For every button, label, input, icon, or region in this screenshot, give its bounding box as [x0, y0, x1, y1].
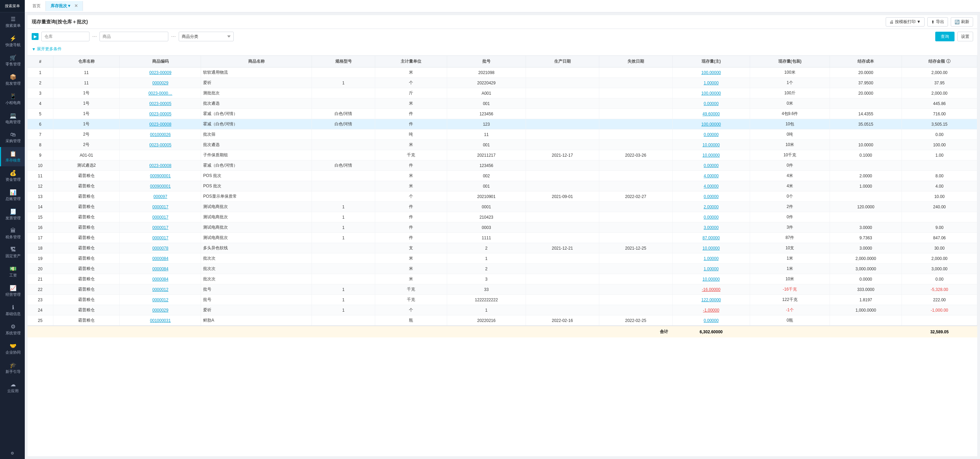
- table-cell[interactable]: 3.00000: [672, 222, 750, 233]
- table-cell: POS 批次: [201, 181, 312, 191]
- sidebar-item-fixed-asset[interactable]: 🏗 固定资产: [0, 243, 25, 262]
- table-cell[interactable]: 0000029: [120, 305, 201, 316]
- table-cell[interactable]: 0.00000: [672, 99, 750, 109]
- table-cell[interactable]: 000900001: [120, 181, 201, 191]
- table-cell: 2号: [53, 129, 120, 140]
- table-cell[interactable]: 0023-00005: [120, 99, 201, 109]
- table-cell[interactable]: 10.00000: [672, 150, 750, 161]
- table-cell[interactable]: 100.00000: [672, 67, 750, 78]
- table-cell[interactable]: 0023-00005: [120, 109, 201, 119]
- table-cell[interactable]: 1.00000: [672, 264, 750, 274]
- tab-inventory-batch[interactable]: 库存批次▼ ✕: [46, 1, 83, 11]
- sidebar-item-search[interactable]: ☰ 搜索菜单: [0, 13, 25, 32]
- sidebar-item-biz[interactable]: 📈 经营管理: [0, 281, 25, 301]
- sidebar-item-sys[interactable]: ⚙ 系统管理: [0, 320, 25, 339]
- sidebar-item-purchase[interactable]: 🛍 采购管理: [0, 128, 25, 147]
- table-cell[interactable]: 49.60000: [672, 109, 750, 119]
- table-cell: 9.7363: [830, 233, 902, 243]
- table-cell[interactable]: 0.00000: [672, 316, 750, 326]
- table-cell[interactable]: 1.00000: [672, 78, 750, 88]
- expand-conditions-button[interactable]: ▼ 展开更多条件: [32, 46, 973, 52]
- warehouse-more-icon[interactable]: ···: [92, 33, 97, 40]
- tab-close-icon[interactable]: ✕: [74, 3, 78, 8]
- table-cell[interactable]: 0.00000: [672, 129, 750, 140]
- table-cell[interactable]: 0023-00009: [120, 67, 201, 78]
- sidebar-item-mini-ecom[interactable]: 📱 小程电商: [0, 89, 25, 109]
- table-cell[interactable]: 1.00000: [672, 253, 750, 264]
- table-cell: 2022-02-27: [599, 191, 672, 202]
- table-cell: 33: [447, 284, 526, 295]
- sidebar-item-corp[interactable]: 🤝 企业协同: [0, 339, 25, 359]
- sidebar-item-cloud[interactable]: ☁ 云应用: [0, 378, 25, 397]
- sidebar-item-asset[interactable]: 💰 资金管理: [0, 166, 25, 186]
- table-cell[interactable]: 000097: [120, 191, 201, 202]
- table-cell[interactable]: 0.00000: [672, 161, 750, 171]
- filter-collapse-button[interactable]: ▶: [32, 33, 38, 40]
- sidebar-item-overall[interactable]: 📊 总账管理: [0, 186, 25, 205]
- table-cell[interactable]: 87.00000: [672, 233, 750, 243]
- table-cell[interactable]: 0023-00008: [120, 161, 201, 171]
- sidebar-item-hr[interactable]: 💵 工资: [0, 262, 25, 281]
- table-cell: [902, 161, 977, 171]
- table-cell[interactable]: 001000031: [120, 316, 201, 326]
- table-settings-button[interactable]: 设置: [957, 32, 973, 41]
- table-cell: 122千克: [750, 295, 830, 305]
- table-cell: 4米: [750, 171, 830, 181]
- table-cell[interactable]: 0023-00005: [120, 140, 201, 150]
- table-cell[interactable]: 0023-0000…: [120, 88, 201, 99]
- sidebar-logo[interactable]: 搜索菜单: [0, 0, 25, 13]
- table-cell[interactable]: 0000078: [120, 243, 201, 253]
- warehouse-input[interactable]: [41, 32, 89, 41]
- table-cell[interactable]: 0000084: [120, 253, 201, 264]
- table-cell[interactable]: 10.00000: [672, 243, 750, 253]
- sidebar-item-tax[interactable]: 🏛 税务管理: [0, 224, 25, 243]
- refresh-button[interactable]: 🔄 刷新: [951, 17, 973, 27]
- table-cell[interactable]: 0000012: [120, 295, 201, 305]
- table-cell[interactable]: 2.00000: [672, 202, 750, 212]
- sidebar-settings[interactable]: ⚙: [0, 448, 25, 459]
- sidebar-item-quick-nav[interactable]: ⚡ 快捷导航: [0, 32, 25, 51]
- sidebar-item-ecom[interactable]: 💻 电商管理: [0, 109, 25, 128]
- category-select[interactable]: 商品分类: [179, 32, 234, 41]
- table-cell[interactable]: 4.00000: [672, 181, 750, 191]
- table-cell[interactable]: 4.00000: [672, 171, 750, 181]
- table-cell[interactable]: 0000084: [120, 274, 201, 284]
- table-cell[interactable]: 000900001: [120, 171, 201, 181]
- sidebar-item-invoice[interactable]: 🧾 发票管理: [0, 205, 25, 224]
- table-cell[interactable]: 100.00000: [672, 119, 750, 129]
- footer-empty-pkg: [750, 326, 830, 338]
- table-cell[interactable]: 0000084: [120, 264, 201, 274]
- table-cell[interactable]: 0000012: [120, 284, 201, 295]
- table-cell[interactable]: 0023-00008: [120, 119, 201, 129]
- table-cell[interactable]: 001000026: [120, 129, 201, 140]
- table-cell[interactable]: 0000017: [120, 212, 201, 222]
- sidebar-item-inventory[interactable]: 📋 库存核查: [0, 147, 25, 166]
- sidebar-item-basic-info[interactable]: ℹ 基础信息: [0, 301, 25, 320]
- export-button[interactable]: ⬆ 导出: [928, 17, 948, 27]
- table-cell[interactable]: -1.00000: [672, 305, 750, 316]
- tab-home[interactable]: 首页: [27, 1, 46, 11]
- table-cell[interactable]: 0000017: [120, 222, 201, 233]
- table-cell[interactable]: 0.00000: [672, 212, 750, 222]
- product-more-icon[interactable]: ···: [171, 33, 175, 40]
- sidebar-item-wholesale[interactable]: 📦 批发管理: [0, 70, 25, 89]
- sidebar-item-retail[interactable]: 🛒 零售管理: [0, 51, 25, 70]
- table-cell[interactable]: -16.00000: [672, 284, 750, 295]
- table-cell: [526, 274, 599, 284]
- table-cell: 1: [312, 284, 375, 295]
- table-cell[interactable]: 100.00000: [672, 88, 750, 99]
- table-cell[interactable]: 0000017: [120, 202, 201, 212]
- table-cell[interactable]: 0000017: [120, 233, 201, 243]
- print-button[interactable]: 🖨 按模板打印 ▼: [886, 17, 924, 27]
- table-cell[interactable]: 0.00000: [672, 191, 750, 202]
- table-cell[interactable]: [120, 150, 201, 161]
- table-cell: 1号: [53, 88, 120, 99]
- table-cell[interactable]: 0000029: [120, 78, 201, 88]
- sidebar-item-guide[interactable]: 🎓 新手引导: [0, 359, 25, 378]
- table-cell[interactable]: 10.00000: [672, 140, 750, 150]
- search-button[interactable]: 查询: [935, 32, 955, 41]
- table-cell: 1: [312, 202, 375, 212]
- product-input[interactable]: [99, 32, 168, 41]
- table-cell[interactable]: 122.00000: [672, 295, 750, 305]
- table-cell[interactable]: 10.00000: [672, 274, 750, 284]
